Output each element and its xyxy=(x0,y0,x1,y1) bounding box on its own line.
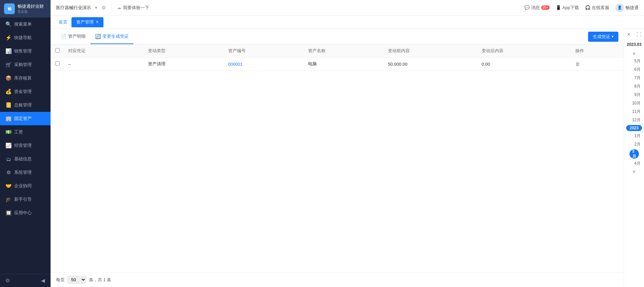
table-row: -- 资产清理 000001 电脑 xyxy=(51,58,624,71)
sidebar-item-sales[interactable]: 📊 销售管理 xyxy=(0,44,51,58)
sidebar-item-label: 基础信息 xyxy=(14,156,32,162)
search-icon: 🔍 xyxy=(5,21,11,27)
company-dropdown-icon[interactable]: ▾ xyxy=(95,5,97,10)
col-action: 操作 xyxy=(571,44,624,58)
sidebar-item-collab[interactable]: 🤝 企业协同 xyxy=(0,179,51,193)
sidebar-logo: 畅 畅捷通好业财 普及版 xyxy=(0,0,51,18)
sidebar-item-label: 搜索菜单 xyxy=(14,21,32,27)
sidebar-item-purchase[interactable]: 🛒 采购管理 xyxy=(0,58,51,71)
sidebar-item-operations[interactable]: 📈 经营管理 xyxy=(0,139,51,152)
purchase-icon: 🛒 xyxy=(5,62,11,68)
sidebar-item-salary[interactable]: 💵 工资 xyxy=(0,125,51,139)
sub-tab-label2: 变更生成凭证 xyxy=(102,33,129,39)
service-icon: 🎧 xyxy=(585,5,590,10)
tab-close-icon[interactable]: ✕ xyxy=(96,20,99,24)
sidebar-item-label: 固定资产 xyxy=(14,116,32,122)
panel-close-icon[interactable]: ✕ xyxy=(627,32,631,37)
month-9[interactable]: 9月 xyxy=(624,91,644,99)
messages-icon: 💬 xyxy=(524,5,530,10)
messages-label: 消息 xyxy=(531,5,540,11)
sidebar-item-guide[interactable]: 🎓 新手引导 xyxy=(0,193,51,206)
tab-home[interactable]: 首页 xyxy=(56,17,70,27)
tab-home-label: 首页 xyxy=(59,20,67,25)
sidebar-item-ledger[interactable]: 📒 总账管理 xyxy=(0,98,51,112)
sidebar-item-search[interactable]: 🔍 搜索菜单 xyxy=(0,18,51,31)
month-1[interactable]: 1月 xyxy=(624,132,644,140)
topbar: 医疗器械行业演示 ▾ ⚙ ☁ 我要体验一下 💬 消息 99+ 📱 App下载 🎧… xyxy=(51,0,644,15)
user-btn[interactable]: 👤 畅捷通 xyxy=(615,3,639,12)
avatar: 👤 xyxy=(615,3,624,12)
sidebar-item-basic[interactable]: 🗂 基础信息 xyxy=(0,152,51,166)
scroll-up-icon[interactable]: ▲ xyxy=(624,49,644,57)
col-voucher: 对应凭证 xyxy=(64,44,144,58)
table-header-row: 对应凭证 变动类型 资产编号 资产名称 xyxy=(51,44,624,58)
total-label: 条，共 1 条 xyxy=(89,277,111,283)
sidebar-item-assets[interactable]: 🏢 固定资产 xyxy=(0,112,51,125)
sub-tab-label1: 资产明细 xyxy=(68,33,86,39)
month-12[interactable]: 12月 xyxy=(624,116,644,124)
select-all-checkbox[interactable] xyxy=(55,48,60,53)
row-action: 🗑 xyxy=(571,58,624,71)
month-5[interactable]: 5月 xyxy=(624,57,644,65)
month-2[interactable]: 2月 xyxy=(624,140,644,149)
appstore-icon: 🔲 xyxy=(5,210,11,216)
settings-icon[interactable]: ⚙ xyxy=(5,278,10,284)
user-name: 畅捷通 xyxy=(625,5,639,11)
right-panel-header: ✕ ⛶ xyxy=(624,29,644,40)
row-asset-no[interactable]: 000001 xyxy=(224,58,304,71)
year-2023-label[interactable]: 2023 xyxy=(626,125,642,131)
detail-icon: 📄 xyxy=(61,34,66,39)
delete-icon[interactable]: 🗑 xyxy=(575,61,580,67)
panel-year-label: 2023.03 xyxy=(624,40,644,49)
sub-tab-assets-detail[interactable]: 📄 资产明细 xyxy=(56,29,90,44)
messages-btn[interactable]: 💬 消息 99+ xyxy=(524,5,550,11)
row-asset-name: 电脑 xyxy=(304,58,384,71)
sidebar-item-quicknav[interactable]: ⚡ 快捷导航 xyxy=(0,31,51,44)
main-area: 医疗器械行业演示 ▾ ⚙ ☁ 我要体验一下 💬 消息 99+ 📱 App下载 🎧… xyxy=(51,0,644,287)
tab-assets[interactable]: 资产管理 ✕ xyxy=(71,17,103,27)
col-asset-no: 资产编号 xyxy=(224,44,304,58)
app-download-btn[interactable]: 📱 App下载 xyxy=(556,5,579,11)
month-6[interactable]: 6月 xyxy=(624,65,644,74)
inventory-icon: 📦 xyxy=(5,75,11,81)
row-checkbox[interactable] xyxy=(55,61,60,66)
generate-voucher-button[interactable]: 生成凭证 ▾ xyxy=(588,32,618,42)
collapse-icon[interactable]: ◀ xyxy=(41,278,45,284)
panel-expand-icon[interactable]: ⛶ xyxy=(637,32,641,37)
sidebar-item-label: 新手引导 xyxy=(14,196,32,202)
col-asset-name: 资产名称 xyxy=(304,44,384,58)
sidebar-item-inventory[interactable]: 📦 库存核算 xyxy=(0,71,51,85)
month-11[interactable]: 11月 xyxy=(624,107,644,116)
month-7[interactable]: 7月 xyxy=(624,74,644,82)
sidebar-item-system[interactable]: ⚙ 系统管理 xyxy=(0,166,51,179)
sidebar-item-appstore[interactable]: 🔲 应用中心 xyxy=(0,206,51,220)
sales-icon: 📊 xyxy=(5,48,11,54)
sidebar-item-label: 工资 xyxy=(14,129,23,135)
content-main: 📄 资产明细 🔄 变更生成凭证 生成凭证 ▾ xyxy=(51,29,624,287)
month-10[interactable]: 10月 xyxy=(624,99,644,107)
divider xyxy=(111,5,112,11)
sub-tab-generate-voucher[interactable]: 🔄 变更生成凭证 xyxy=(90,29,133,44)
basic-icon: 🗂 xyxy=(5,156,11,162)
month-8[interactable]: 8月 xyxy=(624,82,644,91)
logo-icon: 畅 xyxy=(4,3,15,14)
cloud-icon: ☁ xyxy=(117,5,121,10)
content-area: 📄 资产明细 🔄 变更生成凭证 生成凭证 ▾ xyxy=(51,29,644,287)
settings-gear-icon[interactable]: ⚙ xyxy=(101,5,106,11)
per-page-select[interactable]: 50 10 20 100 xyxy=(67,276,86,284)
logo-sub: 普及版 xyxy=(18,9,44,14)
sidebar-item-label: 销售管理 xyxy=(14,48,32,54)
experience-btn[interactable]: ☁ 我要体验一下 xyxy=(117,5,149,11)
sidebar-item-funds[interactable]: 💰 资金管理 xyxy=(0,85,51,98)
right-panel: ✕ ⛶ 2023.03 ▲ 5月 6月 7月 8月 9月 10月 11月 12月… xyxy=(624,29,644,287)
generate-btn-label: 生成凭证 xyxy=(593,34,610,40)
sub-tabbar: 📄 资产明细 🔄 变更生成凭证 生成凭证 ▾ xyxy=(51,29,624,44)
sidebar-item-label: 企业协同 xyxy=(14,183,32,189)
tab-assets-label: 资产管理 xyxy=(76,19,94,25)
month-3-active[interactable]: 3月 xyxy=(630,149,639,159)
month-4[interactable]: 4月 xyxy=(624,159,644,168)
salary-icon: 💵 xyxy=(5,129,11,135)
service-btn[interactable]: 🎧 在线客服 xyxy=(585,5,609,11)
scroll-down-icon[interactable]: ▼ xyxy=(624,168,644,176)
sidebar-item-label: 资金管理 xyxy=(14,89,32,95)
